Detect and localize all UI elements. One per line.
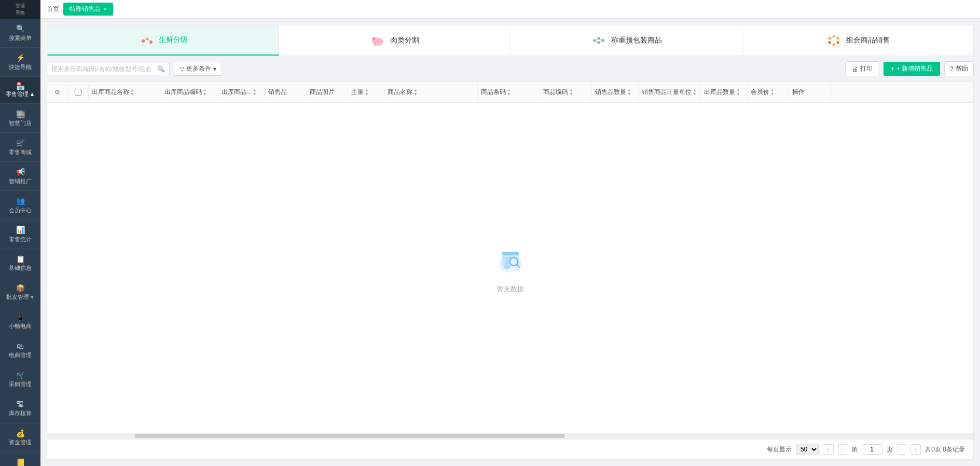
horizontal-scrollbar[interactable] [47,433,973,439]
svg-point-27 [833,44,835,46]
th-checkbox[interactable] [68,85,89,100]
sidebar-item-label: 基础信息 [9,264,32,272]
retail-mall-icon: 🛒 [16,138,25,148]
empty-illustration [490,242,531,278]
svg-point-26 [829,42,831,44]
help-btn[interactable]: ? 帮助 [944,61,974,76]
tab-fresh-grade[interactable]: 生鲜分级 [47,25,279,56]
current-tab[interactable]: 特殊销售品 × [63,3,113,16]
retail-mgmt-icon: 🏪 [16,82,25,90]
base-info-icon: 📋 [16,254,25,265]
th-barcode: 商品条码 ▲▼ [478,84,540,101]
sidebar-item-retail-stats[interactable]: 📊 零售统计 [0,220,40,249]
prev-page-btn[interactable]: ‹ [838,444,847,455]
sidebar-item-label: 搜索菜单 [9,34,32,42]
th-out-spec: 出库商品... ▲▼ [218,84,265,101]
tab-label: 称重预包装商品 [611,36,662,45]
th-product-img: 商品图片 [307,84,348,101]
sidebar-item-label: 营销推广 [9,177,32,185]
quick-nav-icon: ⚡ [16,53,25,63]
sort-icon[interactable]: ▲▼ [130,88,134,97]
pagination: 每页显示 50 « ‹ 第 页 › » 共0页 0条记录 [47,439,973,459]
svg-point-40 [505,261,509,265]
search-input[interactable] [51,65,155,73]
sidebar-item-retail-mall[interactable]: 🛒 零售商城 [0,133,40,162]
page-number-input[interactable] [862,444,882,455]
table-header: ⚙ 出库商品名称 ▲▼ 出库商品编码 ▲▼ 出库商品... ▲▼ [47,82,973,103]
sort-icon8[interactable]: ▲▼ [627,88,631,97]
tab-label: 肉类分割 [390,36,419,45]
svg-rect-33 [502,252,519,255]
sidebar-item-retail-mgmt[interactable]: 🏪 零售管理 ▲ [0,77,40,104]
scrollbar-thumb[interactable] [134,434,565,438]
sidebar-item-inventory[interactable]: 🏗 库存核算 [0,394,40,423]
close-tab-icon[interactable]: × [104,6,107,12]
sidebar: 管理系统 🔍 搜索菜单 ⚡ 快捷导航 🏪 零售管理 ▲ 🏬 智慧门店 🛒 零售商… [0,0,40,466]
table-container: ⚙ 出库商品名称 ▲▼ 出库商品编码 ▲▼ 出库商品... ▲▼ [47,81,974,460]
meat-cut-icon [369,33,386,48]
sidebar-item-wholesale-mgmt[interactable]: 📦 批发管理 ▼ [0,278,40,307]
tab-weight-pkg[interactable]: 称重预包装商品 [510,25,742,56]
add-product-btn[interactable]: + + 新增销售品 [884,62,940,76]
select-all-checkbox[interactable] [75,89,81,95]
sort-icon6[interactable]: ▲▼ [507,88,511,97]
help-label: 帮助 [956,64,968,73]
sort-icon5[interactable]: ▲▼ [413,88,418,97]
first-page-btn[interactable]: « [823,444,834,455]
sidebar-item-label: 电商管理 [9,351,32,359]
empty-text: 暂无数据 [497,284,524,294]
sidebar-item-label: 小畅电商 [9,322,32,330]
th-sales-unit: 销售商品计量单位 ▲▼ [639,84,701,101]
add-icon: + [891,65,894,73]
sidebar-item-sales-promo[interactable]: 📢 营销推广 [0,162,40,191]
empty-state: 暂无数据 [47,103,973,433]
sort-icon3[interactable]: ▲▼ [253,88,257,97]
weight-pkg-icon [590,33,607,48]
sidebar-item-smart-store[interactable]: 🏬 智慧门店 [0,104,40,133]
inventory-icon: 🏗 [17,400,24,410]
sidebar-item-quick-nav[interactable]: ⚡ 快捷导航 [0,48,40,77]
sidebar-item-label: 批发管理 [6,293,29,301]
print-btn[interactable]: 🖨 打印 [845,61,879,76]
sort-icon10[interactable]: ▲▼ [736,88,740,97]
next-page-btn[interactable]: › [897,444,906,455]
tab-label: 特殊销售品 [70,5,101,13]
combo-icon [825,33,842,48]
sort-icon11[interactable]: ▲▼ [770,88,775,97]
th-member-price: 会员价 ▲▼ [748,84,789,101]
sidebar-item-ecom-mgmt[interactable]: 🛍 电商管理 [0,336,40,365]
th-settings[interactable]: ⚙ [47,85,68,100]
sidebar-item-label: 零售商城 [9,148,32,156]
toolbar-right: 🖨 打印 + + 新增销售品 ? 帮助 [845,61,974,76]
sort-icon2[interactable]: ▲▼ [203,88,207,97]
sidebar-item-label: 采购管理 [9,380,32,388]
sidebar-item-label: 零售管理 [6,90,29,98]
main-content: 生鲜分级 [40,19,980,466]
search-box: 🔍 [47,63,170,75]
sidebar-item-purchase-mgmt[interactable]: 🛒 采购管理 [0,365,40,394]
help-icon: ? [950,65,954,73]
toolbar-left: 🔍 ▽ 更多条件 ▾ [47,62,222,76]
sidebar-item-mini-ecom[interactable]: 📱 小畅电商 [0,307,40,336]
sidebar-item-fund-mgmt[interactable]: 💰 资金管理 [0,423,40,453]
page-label-before: 第 [851,445,858,454]
tab-combo[interactable]: 组合商品销售 [742,25,974,56]
sidebar-item-member-center[interactable]: 👥 会员中心 [0,191,40,220]
home-breadcrumb[interactable]: 首页 [47,5,59,13]
last-page-btn[interactable]: » [910,444,921,455]
sidebar-item-general-ledger[interactable]: 📒 总账管理 [0,453,40,466]
sort-icon4[interactable]: ▲▼ [365,88,369,97]
sidebar-item-base-info[interactable]: 📋 基础信息 [0,249,40,278]
sort-icon9[interactable]: ▲▼ [693,88,697,97]
tab-meat-cut[interactable]: 肉类分割 [279,25,511,56]
sidebar-item-label: 会员中心 [9,207,32,214]
page-size-select[interactable]: 50 [796,444,819,455]
ecom-mgmt-icon: 🛍 [17,341,24,352]
sidebar-item-search-menu[interactable]: 🔍 搜索菜单 [0,19,40,48]
sort-icon7[interactable]: ▲▼ [569,88,573,97]
th-product-name: 商品名称 ▲▼ [384,84,478,101]
tab-label: 组合商品销售 [846,36,890,45]
chevron-down-icon: ▲ [30,91,35,97]
th-out-code: 出库商品编码 ▲▼ [161,84,218,101]
filter-btn[interactable]: ▽ 更多条件 ▾ [174,62,222,76]
